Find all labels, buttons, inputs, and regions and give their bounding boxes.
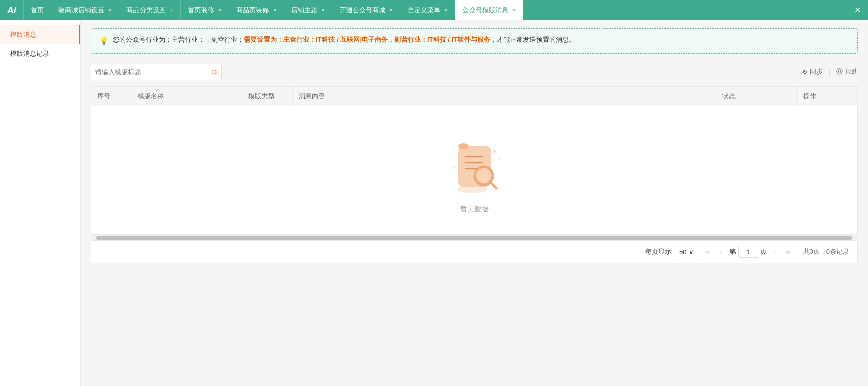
col-header-action: 操作 xyxy=(797,87,857,106)
pagination: 每页显示 50 ∨ ⊲ ‹ 第 页 › ⊳ 共0页，0条记录 xyxy=(91,240,857,263)
tab-close-category-setting[interactable]: × xyxy=(170,7,173,14)
empty-state: 暂无数据 xyxy=(91,106,857,234)
search-input[interactable] xyxy=(95,68,211,76)
tab-shop-setting[interactable]: 微商城店铺设置× xyxy=(51,0,119,20)
tab-open-mall[interactable]: 开通公众号商城× xyxy=(332,0,400,20)
col-header-seq: 序号 xyxy=(91,87,131,106)
tab-close-shop-theme[interactable]: × xyxy=(321,7,325,14)
tab-home-decor[interactable]: 首页装修× xyxy=(181,0,229,20)
toolbar-right: ↻ 同步 | ⓪ 帮助 xyxy=(802,67,858,76)
svg-point-10 xyxy=(453,166,455,168)
sync-button[interactable]: ↻ 同步 xyxy=(802,67,823,76)
last-page-button[interactable]: ⊳ xyxy=(783,246,795,258)
tab-label-home: 首页 xyxy=(31,6,44,15)
sidebar: 模版消息模版消息记录 xyxy=(0,20,81,386)
tab-home[interactable]: 首页 xyxy=(24,0,51,20)
tab-close-shop-setting[interactable]: × xyxy=(108,7,112,14)
prev-page-button[interactable]: ‹ xyxy=(715,246,727,258)
tab-product-decor[interactable]: 商品页装修× xyxy=(229,0,284,20)
tab-close-template-msg[interactable]: × xyxy=(512,7,516,14)
sidebar-item-template-message-log[interactable]: 模版消息记录 xyxy=(0,44,80,63)
page-navigation: ⊲ ‹ 第 页 › ⊳ xyxy=(701,246,795,258)
page-size-value: 50 xyxy=(679,248,686,256)
main-layout: 模版消息模版消息记录 💡 您的公众号行业为：主营行业：，副营行业：需要设置为：主… xyxy=(0,20,868,386)
tab-label-custom-menu: 自定义菜单 xyxy=(408,6,440,15)
table-header: 序号 模版名称 模版类型 消息内容 状态 操作 xyxy=(91,87,857,106)
tab-label-shop-theme: 店铺主题 xyxy=(291,6,317,15)
svg-point-1 xyxy=(458,143,469,149)
help-label: 帮助 xyxy=(845,67,858,76)
help-button[interactable]: ⓪ 帮助 xyxy=(836,67,858,76)
tab-close-open-mall[interactable]: × xyxy=(389,7,393,14)
tab-template-msg[interactable]: 公众号模版消息× xyxy=(455,0,523,20)
svg-point-9 xyxy=(498,158,500,160)
tab-label-home-decor: 首页装修 xyxy=(188,6,214,15)
empty-text: 暂无数据 xyxy=(460,205,489,214)
notice-highlight: 需要设置为：主营行业：IT科技 / 互联网|电子商务，副营行业：IT科技 / I… xyxy=(244,36,497,43)
top-nav: Ai 首页微商城店铺设置×商品分类设置×首页装修×商品页装修×店铺主题×开通公众… xyxy=(0,0,868,20)
col-header-content: 消息内容 xyxy=(293,87,716,106)
tab-label-category-setting: 商品分类设置 xyxy=(126,6,166,15)
horizontal-scrollbar[interactable] xyxy=(91,234,857,240)
total-records: 共0页，0条记录 xyxy=(803,247,849,256)
search-row: ⊙ ↻ 同步 | ⓪ 帮助 xyxy=(91,64,858,80)
notice-banner: 💡 您的公众号行业为：主营行业：，副营行业：需要设置为：主营行业：IT科技 / … xyxy=(91,28,858,54)
tab-label-product-decor: 商品页装修 xyxy=(236,6,269,15)
search-input-wrap: ⊙ xyxy=(91,64,222,80)
sidebar-item-template-message[interactable]: 模版消息 xyxy=(0,25,80,44)
tab-label-shop-setting: 微商城店铺设置 xyxy=(58,6,104,15)
tab-shop-theme[interactable]: 店铺主题× xyxy=(284,0,332,20)
data-table: 序号 模版名称 模版类型 消息内容 状态 操作 xyxy=(91,86,858,263)
empty-illustration xyxy=(444,136,505,197)
svg-line-7 xyxy=(490,182,496,188)
col-header-status: 状态 xyxy=(716,87,797,106)
notice-icon: 💡 xyxy=(99,35,109,47)
next-page-button[interactable]: › xyxy=(769,246,781,258)
tab-close-home-decor[interactable]: × xyxy=(218,7,222,14)
help-icon: ⓪ xyxy=(836,67,843,76)
col-header-type: 模版类型 xyxy=(242,87,293,106)
svg-point-6 xyxy=(478,170,490,182)
page-size-label: 每页显示 xyxy=(645,247,672,256)
app-logo: Ai xyxy=(0,0,24,20)
chevron-down-icon: ∨ xyxy=(689,248,694,256)
tab-category-setting[interactable]: 商品分类设置× xyxy=(119,0,181,20)
scrollbar-thumb[interactable] xyxy=(96,236,852,240)
page-input[interactable] xyxy=(738,246,758,258)
sync-label: 同步 xyxy=(810,67,823,76)
page-suffix: 页 xyxy=(760,247,767,256)
tab-label-open-mall: 开通公众号商城 xyxy=(340,6,385,15)
page-size-select[interactable]: 50 ∨ xyxy=(676,247,697,257)
notice-text: 您的公众号行业为：主营行业：，副营行业：需要设置为：主营行业：IT科技 / 互联… xyxy=(113,35,575,45)
col-header-name: 模版名称 xyxy=(131,87,242,106)
first-page-button[interactable]: ⊲ xyxy=(701,246,713,258)
window-close-button[interactable]: ✕ xyxy=(847,0,868,20)
tab-custom-menu[interactable]: 自定义菜单× xyxy=(400,0,455,20)
content-area: 💡 您的公众号行业为：主营行业：，副营行业：需要设置为：主营行业：IT科技 / … xyxy=(81,20,868,386)
search-icon[interactable]: ⊙ xyxy=(211,68,217,76)
page-label: 第 xyxy=(729,247,736,256)
tab-close-product-decor[interactable]: × xyxy=(273,7,277,14)
sync-icon: ↻ xyxy=(802,68,808,76)
tab-label-template-msg: 公众号模版消息 xyxy=(462,6,508,15)
toolbar-divider: | xyxy=(829,68,830,76)
tab-close-custom-menu[interactable]: × xyxy=(444,7,448,14)
svg-point-8 xyxy=(493,150,496,153)
